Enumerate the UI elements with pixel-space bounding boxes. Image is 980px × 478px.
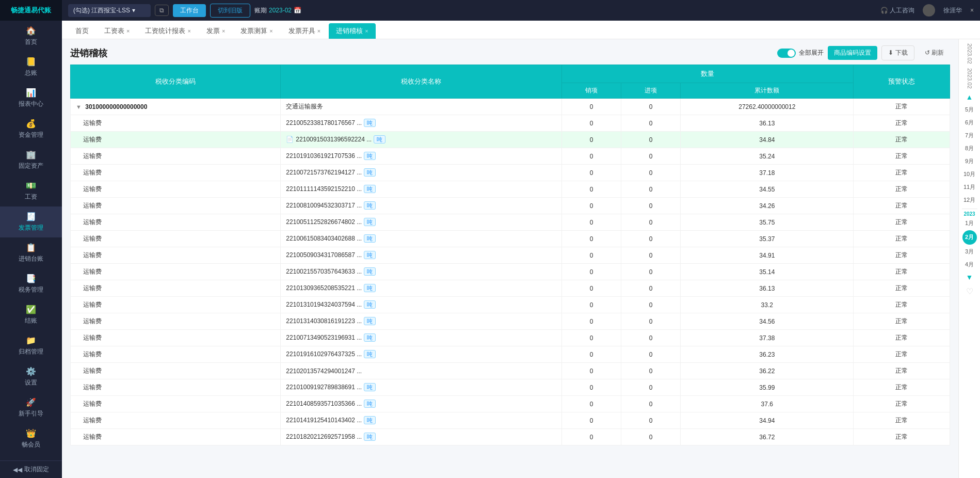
sidebar-item-assets[interactable]: 🏢 固定资产 (0, 145, 62, 176)
company-selector[interactable]: (勾选) 江西报宝-LSS ▾ (68, 4, 151, 17)
sidebar-item-settle[interactable]: ✅ 结账 (0, 299, 62, 330)
cell-name: 运输费 (71, 313, 281, 330)
sidebar-item-tax[interactable]: 📑 税务管理 (0, 268, 62, 299)
tab-home[interactable]: 首页 (68, 23, 96, 39)
switch-thumb (788, 50, 795, 57)
cal-month-12[interactable]: 12月 (961, 194, 978, 206)
download-btn[interactable]: ⬇ 下载 (881, 45, 914, 60)
cell-status: 正常 (854, 148, 950, 165)
cal-month-6[interactable]: 6月 (961, 117, 978, 129)
cell-invoice: 22100615083403402688 ... 吨 (281, 231, 562, 247)
calendar-icon[interactable]: 📅 (294, 7, 301, 14)
support-link[interactable]: 🎧 人工咨询 (880, 6, 914, 15)
cell-status: 正常 (854, 132, 950, 148)
cell-purchase: 0 (621, 181, 681, 198)
sidebar-item-reports[interactable]: 📊 报表中心 (0, 83, 62, 114)
cal-month-9[interactable]: 9月 (961, 155, 978, 167)
cell-invoice: 22102013574294001247 ... (281, 363, 562, 379)
toggle-label: 全部展开 (799, 49, 824, 57)
cal-month-10[interactable]: 10月 (961, 168, 978, 180)
cell-cumulative: 35.37 (681, 231, 854, 247)
switch-version-button[interactable]: 切到旧版 (210, 4, 250, 18)
cal-down-button[interactable]: ▼ (964, 271, 975, 283)
sidebar-item-invoice[interactable]: 🧾 发票管理 (0, 206, 62, 237)
cal-month-8[interactable]: 8月 (961, 142, 978, 154)
cell-invoice: 22100509034317086587 ... 吨 (281, 247, 562, 264)
cell-invoice: 22101408593571035366 ... 吨 (281, 396, 562, 412)
sidebar-item-salary[interactable]: 💵 工资 (0, 176, 62, 206)
cell-invoice: 22101310194324037594 ... 吨 (281, 297, 562, 313)
refresh-label: 刷新 (931, 49, 944, 56)
main-area: (勾选) 江西报宝-LSS ▾ ⧉ 工作台 切到旧版 账期 2023-02 📅 … (62, 0, 980, 478)
cell-sales: 0 (562, 363, 621, 379)
tab-invoice-close[interactable]: × (222, 28, 225, 34)
sidebar-item-member[interactable]: 👑 畅会员 (0, 423, 62, 454)
cell-invoice: 22100713490523196931 ... 吨 (281, 330, 562, 346)
cal-month-1[interactable]: 1月 (961, 217, 978, 229)
unpin-button[interactable]: ◀◀ 取消固定 (0, 460, 62, 478)
table-row: 运输费 22102013574294001247 ... 0 0 36.22 正… (71, 363, 950, 379)
unit-badge: 吨 (364, 416, 376, 424)
cal-up-button[interactable]: ▲ (964, 91, 975, 103)
settings-btn[interactable]: 商品编码设置 (828, 46, 877, 60)
tab-sales-check-close[interactable]: × (365, 28, 368, 34)
cell-sales: 0 (562, 346, 621, 363)
cell-status: 正常 (854, 214, 950, 231)
reports-icon: 📊 (26, 88, 36, 98)
sidebar-item-guide[interactable]: 🚀 新手引导 (0, 392, 62, 423)
close-button[interactable]: × (970, 7, 974, 14)
user-name: 徐涯华 (943, 6, 962, 15)
tab-sales-check[interactable]: 进销稽核 × (329, 23, 375, 39)
sidebar-item-settings[interactable]: ⚙️ 设置 (0, 361, 62, 392)
tab-salary-table-close[interactable]: × (126, 28, 130, 34)
sidebar-item-sales-desk[interactable]: 📋 进销台账 (0, 237, 62, 268)
copy-button[interactable]: ⧉ (155, 5, 169, 16)
col-sales: 销项 (562, 83, 621, 99)
cal-month-3[interactable]: 3月 (961, 246, 978, 258)
tab-invoice-label: 发票 (206, 26, 220, 36)
table-row: ▼ 301000000000000000 交通运输服务 0 0 27262.40… (71, 99, 950, 115)
download-icon: ⬇ (888, 49, 893, 56)
collapse-icon[interactable]: ▼ (76, 104, 82, 110)
sidebar-item-funds[interactable]: 💰 资金管理 (0, 114, 62, 145)
cell-cumulative: 37.6 (681, 396, 854, 412)
salary-icon: 💵 (26, 181, 36, 190)
headset-icon: 🎧 (880, 7, 888, 14)
table-row: 运输费 22100509034317086587 ... 吨 0 0 34.91… (71, 247, 950, 264)
tab-invoice[interactable]: 发票 × (199, 23, 232, 39)
switch-track[interactable] (777, 49, 796, 58)
sidebar-item-ledger[interactable]: 📒 总账 (0, 52, 62, 83)
tab-invoice-calc[interactable]: 发票测算 × (233, 23, 280, 39)
cell-sales: 0 (562, 148, 621, 165)
cell-sales: 0 (562, 115, 621, 132)
tab-salary-stats[interactable]: 工资统计报表 × (138, 23, 198, 39)
table-row: 运输费 22101314030816191223 ... 吨 0 0 34.56… (71, 313, 950, 330)
cell-purchase: 0 (621, 280, 681, 297)
chevron-down-icon: ▾ (132, 7, 135, 14)
cell-purchase: 0 (621, 132, 681, 148)
assets-icon: 🏢 (26, 150, 36, 160)
cell-name: 运输费 (71, 214, 281, 231)
cal-month-5[interactable]: 5月 (961, 104, 978, 116)
refresh-btn[interactable]: ↺ 刷新 (919, 46, 950, 60)
cal-month-4[interactable]: 4月 (961, 259, 978, 270)
workbench-button[interactable]: 工作台 (173, 4, 206, 17)
cal-month-11[interactable]: 11月 (961, 181, 978, 193)
cell-status: 正常 (854, 297, 950, 313)
cell-sales: 0 (562, 165, 621, 181)
cell-status: 正常 (854, 231, 950, 247)
tab-invoice-open[interactable]: 发票开具 × (281, 23, 328, 39)
cell-cumulative: 36.23 (681, 346, 854, 363)
expand-toggle[interactable]: 全部展开 (777, 49, 824, 58)
unit-badge: 吨 (374, 135, 385, 144)
sidebar-item-home[interactable]: 🏠 首页 (0, 21, 62, 52)
cal-month-2[interactable]: 2月 (962, 230, 977, 245)
tab-invoice-open-close[interactable]: × (317, 28, 320, 34)
tab-salary-stats-close[interactable]: × (187, 28, 190, 34)
cal-month-7[interactable]: 7月 (961, 130, 978, 141)
cell-sales: 0 (562, 181, 621, 198)
cell-name: 运输费 (71, 412, 281, 429)
tab-invoice-calc-close[interactable]: × (269, 28, 272, 34)
tab-salary-table[interactable]: 工资表 × (97, 23, 137, 39)
sidebar-item-archive[interactable]: 📁 归档管理 (0, 330, 62, 361)
